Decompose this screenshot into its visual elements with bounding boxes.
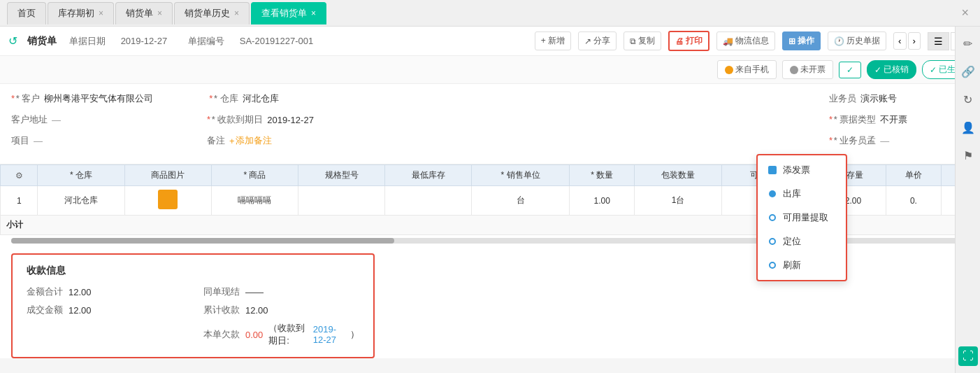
doc-date-label: 单据日期 2019-12-27 — [69, 35, 175, 48]
ticket-type-field: * * 票据类型 不开票 — [829, 113, 969, 126]
locate-item[interactable]: 定位 — [758, 230, 846, 253]
cell-unit-price: 0. — [886, 186, 941, 216]
operate-dropdown: 添发票 出库 可用量提取 定位 — [756, 154, 847, 281]
form-section: * * 客户 柳州粤港平安气体有限公司 * * 仓库 河北仓库 业务员 演示账号… — [0, 84, 980, 164]
sidebar-rotate-icon[interactable]: ↻ — [958, 90, 978, 109]
col-product: * 商品 — [211, 165, 298, 186]
salesperson2-field: * * 业务员孟 — — [829, 134, 969, 147]
same-order-label: 同单现结 — [203, 286, 240, 298]
form-row-3: 项目 — 备注 + 添加备注 * * 业务员孟 — — [11, 134, 969, 147]
right-sidebar: ✏ 🔗 ↻ 👤 ⚑ ⛶ — [955, 27, 980, 365]
col-product-image: 商品图片 — [124, 165, 211, 186]
tab-check-sales[interactable]: 查看销货单 × — [251, 2, 326, 24]
cumulative-item: 累计收款 12.00 — [203, 304, 359, 316]
cell-min-stock — [385, 186, 472, 216]
ticket-icon — [790, 66, 798, 74]
same-order-item: 同单现结 —— — [203, 286, 359, 298]
salesperson2-value: — — [880, 136, 889, 146]
form-row-1: * * 客户 柳州粤港平安气体有限公司 * * 仓库 河北仓库 业务员 演示账号 — [11, 92, 969, 105]
project-field: 项目 — — [11, 134, 151, 147]
out-warehouse-item[interactable]: 出库 — [758, 182, 846, 206]
prev-button[interactable]: ‹ — [893, 32, 906, 50]
operate-button[interactable]: ⊞ 操作 — [782, 31, 821, 50]
col-warehouse: * 仓库 — [38, 165, 124, 186]
gear-icon[interactable]: ⚙ — [15, 171, 23, 181]
main-content: ↺ 销货单 单据日期 2019-12-27 单据编号 SA-20191227-0… — [0, 27, 980, 358]
cell-spec — [298, 186, 385, 216]
note-add-text: 添加备注 — [236, 134, 272, 147]
doc-icon: ↺ — [8, 34, 17, 48]
note-field: 备注 + 添加备注 — [207, 134, 347, 147]
tab-sales-order[interactable]: 销货单 × — [115, 2, 173, 24]
cell-pack-qty: 1台 — [635, 186, 721, 216]
transaction-amount-item: 成交金额 12.00 — [27, 304, 182, 316]
logistics-button[interactable]: 🚚 物流信息 — [716, 31, 775, 50]
add-invoice-item[interactable]: 添发票 — [758, 158, 846, 182]
payment-title: 收款信息 — [27, 265, 359, 277]
cell-index: 1 — [1, 186, 38, 216]
history-button[interactable]: 🕐 历史单据 — [828, 31, 886, 50]
plus-icon: + — [229, 136, 235, 146]
project-label: 项目 — [11, 134, 29, 147]
refresh-item[interactable]: 刷新 — [758, 253, 846, 277]
sidebar-edit-icon[interactable]: ✏ — [958, 34, 978, 53]
already-cancelled-button[interactable]: ✓ 已核销 — [867, 60, 916, 79]
salesperson-field: 业务员 演示账号 — [829, 92, 969, 105]
doc-title: 销货单 — [27, 35, 57, 48]
sidebar-person-icon[interactable]: 👤 — [958, 118, 978, 137]
sidebar-flag-icon[interactable]: ⚑ — [958, 146, 978, 165]
total-amount-value: 12.00 — [69, 287, 92, 297]
next-button[interactable]: › — [908, 32, 921, 50]
col-unit-price: 单价 — [886, 165, 941, 186]
due-date-suffix: ） — [350, 328, 359, 341]
copy-button[interactable]: ⧉ 复制 — [624, 31, 661, 50]
due-date-value: 2019-12-27 — [313, 324, 345, 345]
tab-inventory-init-close[interactable]: × — [99, 8, 103, 18]
salesperson-label: 业务员 — [829, 92, 856, 105]
tab-home-label: 首页 — [17, 7, 36, 20]
payment-date-value: 2019-12-27 — [267, 115, 314, 125]
tab-inventory-init[interactable]: 库存期初 × — [48, 2, 114, 24]
tab-sales-order-label: 销货单 — [126, 7, 153, 20]
form-row-2: 客户地址 — * * 收款到期日 2019-12-27 * * 票据类型 不开票 — [11, 113, 969, 126]
out-warehouse-icon — [768, 189, 777, 199]
print-icon: 🖨 — [675, 36, 684, 46]
sidebar-link-icon[interactable]: 🔗 — [958, 62, 978, 81]
history-icon: 🕐 — [834, 36, 844, 46]
col-sales-unit: * 销售单位 — [472, 165, 569, 186]
share-button[interactable]: ↗ 分享 — [578, 31, 617, 50]
tab-check-sales-label: 查看销货单 — [261, 7, 307, 20]
total-amount-item: 金额合计 12.00 — [27, 286, 182, 298]
tab-home[interactable]: 首页 — [7, 2, 46, 24]
scroll-thumb[interactable] — [11, 238, 394, 244]
tab-sales-history-close[interactable]: × — [234, 8, 239, 18]
action-bar: 来自手机 未开票 ✓ ✓ 已核销 ✓ 已生效 — [0, 56, 980, 84]
available-qty-item[interactable]: 可用量提取 — [758, 206, 846, 230]
not-open-button[interactable]: 未开票 — [782, 60, 833, 79]
sidebar-expand-icon[interactable]: ⛶ — [958, 346, 978, 365]
cell-warehouse: 河北仓库 — [38, 186, 124, 216]
new-button[interactable]: + 新增 — [535, 31, 571, 50]
col-quantity: * 数量 — [569, 165, 635, 186]
total-amount-label: 金额合计 — [27, 286, 63, 298]
available-qty-icon — [768, 213, 777, 223]
from-mobile-button[interactable]: 来自手机 — [717, 60, 777, 79]
print-button[interactable]: 🖨 打印 — [668, 31, 709, 51]
tab-check-sales-close[interactable]: × — [311, 8, 316, 18]
this-owed-item: 本单欠款 0.00 （收款到期日: 2019-12-27 ） — [203, 322, 359, 347]
col-pack-qty: 包装数量 — [635, 165, 721, 186]
check-icon-button[interactable]: ✓ — [839, 62, 861, 78]
view-list-button[interactable]: ☰ — [928, 32, 949, 50]
ticket-type-label: * * 票据类型 — [829, 113, 876, 126]
salesperson-value: 演示账号 — [860, 92, 897, 105]
project-value: — — [34, 136, 43, 146]
this-owed-value: 0.00 — [245, 330, 263, 340]
transaction-amount-label: 成交金额 — [27, 304, 63, 316]
transaction-amount-value: 12.00 — [69, 305, 92, 316]
tab-sales-order-close[interactable]: × — [157, 8, 162, 18]
tab-sales-history[interactable]: 销货单历史 × — [174, 2, 250, 24]
global-close-button[interactable]: × — [957, 6, 973, 20]
due-date-prefix: （收款到期日: — [268, 322, 307, 347]
add-note-button[interactable]: + 添加备注 — [229, 134, 272, 147]
refresh-icon — [768, 260, 777, 270]
